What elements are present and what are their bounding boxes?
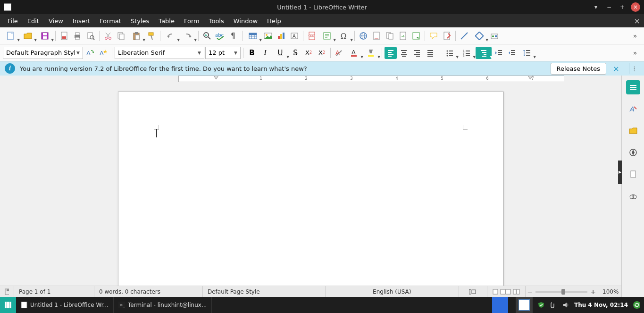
infobar-more-button[interactable]: ⋮ — [629, 63, 639, 74]
update-style-button[interactable]: A — [84, 47, 96, 59]
page[interactable] — [118, 92, 504, 297]
sidebar-page-button[interactable] — [626, 167, 640, 181]
paragraph-style-combo[interactable]: Default Paragraph Styl▼ — [3, 47, 83, 59]
undo-button[interactable]: ▼ — [163, 30, 179, 42]
taskbar-item-terminal[interactable]: >_ Terminal - linuxhint@linux... — [114, 297, 212, 313]
save-status-icon[interactable] — [0, 286, 14, 297]
volume-icon[interactable] — [562, 301, 569, 309]
taskbar-item-writer[interactable]: Untitled 1 - LibreOffice Wr... — [16, 297, 114, 313]
taskbar-writer-launcher[interactable] — [516, 297, 533, 313]
print-preview-button[interactable] — [84, 30, 97, 42]
sidebar-collapse-handle[interactable] — [618, 161, 622, 184]
view-layout-cell[interactable] — [487, 286, 525, 297]
word-count-cell[interactable]: 0 words, 0 characters — [94, 286, 203, 297]
insert-field-button[interactable]: ▼ — [319, 30, 335, 42]
font-size-combo[interactable]: 12 pt▼ — [205, 47, 241, 59]
align-right-button[interactable] — [411, 47, 423, 59]
zoom-slider[interactable] — [535, 291, 587, 293]
menu-file[interactable]: File — [3, 16, 23, 26]
decrease-indent-button[interactable] — [506, 47, 518, 59]
toolbar-overflow-button[interactable]: » — [629, 30, 641, 42]
sync-icon[interactable] — [633, 301, 640, 309]
font-name-combo[interactable]: Liberation Serif▼ — [115, 47, 204, 59]
insert-hyperlink-button[interactable] — [357, 30, 369, 42]
clear-formatting-button[interactable]: A — [333, 47, 345, 59]
line-spacing-button[interactable]: ▼ — [519, 47, 535, 59]
insert-image-button[interactable] — [262, 30, 274, 42]
insert-cross-ref-button[interactable] — [397, 30, 409, 42]
minimize-button[interactable]: − — [604, 2, 614, 12]
increase-indent-button[interactable] — [493, 47, 505, 59]
print-button[interactable] — [71, 30, 84, 42]
find-replace-button[interactable]: A — [201, 30, 213, 42]
bold-button[interactable]: B — [246, 47, 258, 59]
ordered-list-button[interactable]: 123▼ — [459, 47, 475, 59]
justify-button[interactable] — [424, 47, 436, 59]
language-cell[interactable]: English (USA) — [326, 286, 459, 297]
export-pdf-button[interactable] — [58, 30, 70, 42]
strikethrough-button[interactable]: S — [289, 47, 301, 59]
new-style-button[interactable]: A — [97, 47, 109, 59]
copy-button[interactable] — [115, 30, 127, 42]
formatbar-overflow-button[interactable]: » — [629, 47, 641, 59]
menu-view[interactable]: View — [44, 16, 68, 26]
menu-insert[interactable]: Insert — [68, 16, 95, 26]
show-desktop-button[interactable] — [492, 297, 508, 313]
menu-styles[interactable]: Styles — [126, 16, 154, 26]
menu-edit[interactable]: Edit — [23, 16, 44, 26]
insert-chart-button[interactable] — [275, 30, 287, 42]
font-color-button[interactable]: A▼ — [346, 47, 362, 59]
open-button[interactable]: ▼ — [20, 30, 36, 42]
clone-formatting-button[interactable] — [145, 30, 158, 42]
track-changes-comment-button[interactable] — [427, 30, 440, 42]
formatting-marks-button[interactable]: ¶ — [227, 30, 240, 42]
menu-table[interactable]: Table — [154, 16, 179, 26]
horizontal-ruler[interactable]: 1 2 3 4 5 6 7 — [0, 76, 621, 83]
close-infobar-button[interactable]: × — [611, 63, 621, 74]
sidebar-style-inspector-button[interactable] — [626, 189, 640, 203]
insert-textbox-button[interactable]: A — [288, 30, 301, 42]
outline-format-button[interactable]: ▼ — [476, 47, 492, 59]
draw-functions-button[interactable] — [488, 30, 501, 42]
cut-button[interactable] — [102, 30, 114, 42]
insert-table-button[interactable]: ▼ — [245, 30, 261, 42]
sidebar-gallery-button[interactable] — [626, 124, 640, 138]
line-button[interactable] — [458, 30, 470, 42]
track-changes-button[interactable] — [441, 30, 453, 42]
shield-icon[interactable] — [537, 301, 545, 309]
menu-format[interactable]: Format — [95, 16, 126, 26]
page-number-cell[interactable]: Page 1 of 1 — [14, 286, 94, 297]
align-center-button[interactable] — [398, 47, 410, 59]
underline-button[interactable]: U▼ — [272, 47, 288, 59]
insert-comment-button[interactable] — [410, 30, 422, 42]
document-canvas[interactable] — [0, 83, 621, 297]
close-document-button[interactable]: × — [634, 17, 640, 25]
clock[interactable]: Thu 4 Nov, 02:14 — [574, 302, 628, 308]
release-notes-button[interactable]: Release Notes — [551, 63, 606, 75]
basic-shapes-button[interactable]: ▼ — [471, 30, 487, 42]
insert-page-break-button[interactable] — [306, 30, 318, 42]
unordered-list-button[interactable]: ▼ — [442, 47, 458, 59]
spellcheck-button[interactable]: abc — [214, 30, 226, 42]
zoom-in-button[interactable]: + — [590, 288, 596, 296]
insert-bookmark-button[interactable] — [384, 30, 396, 42]
paste-button[interactable]: ▼ — [128, 30, 144, 42]
first-line-indent-marker[interactable] — [214, 76, 218, 80]
menu-window[interactable]: Window — [229, 16, 262, 26]
subscript-button[interactable]: X2 — [316, 47, 328, 59]
highlight-color-button[interactable]: ▼ — [363, 47, 379, 59]
insert-special-char-button[interactable]: Ω▼ — [336, 30, 352, 42]
save-button[interactable]: ▼ — [37, 30, 53, 42]
italic-button[interactable]: I — [259, 47, 271, 59]
superscript-button[interactable]: X2 — [302, 47, 315, 59]
start-menu-button[interactable] — [0, 297, 16, 313]
insert-mode-cell[interactable] — [459, 286, 487, 297]
close-button[interactable]: × — [631, 2, 640, 12]
zoom-value-cell[interactable]: 100% — [598, 286, 621, 297]
insert-footnote-button[interactable] — [370, 30, 383, 42]
shade-button[interactable]: ▾ — [591, 2, 601, 12]
new-button[interactable]: ▼ — [3, 30, 19, 42]
menu-tools[interactable]: Tools — [204, 16, 229, 26]
zoom-control[interactable]: − + — [525, 286, 598, 297]
align-left-button[interactable] — [385, 47, 397, 59]
